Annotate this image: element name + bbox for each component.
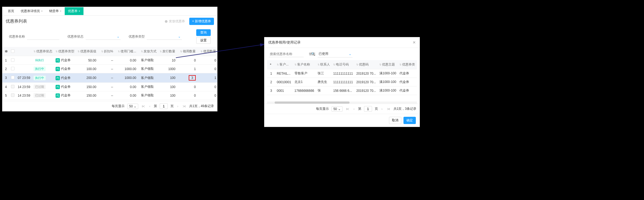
col-coupon-type[interactable]: ⇅优惠券类 (398, 60, 417, 69)
last-page-button[interactable]: ⋊ (182, 104, 187, 108)
table-row[interactable]: 1 待执行 代代金券 50.00 -- 0.00 客户领取 10 0 0 (2, 56, 217, 65)
cell-use: 0 (199, 83, 217, 91)
first-page-button[interactable]: ⋉ (345, 107, 350, 111)
cell-type: 代代金券 (54, 83, 76, 91)
col-coupon-code[interactable]: ⇅优惠码 (355, 60, 378, 69)
modal-status-select[interactable]: 已使用⌄ (318, 50, 352, 57)
table-row[interactable]: 3 0001 17666666666 张 156 6666 6... 20191… (267, 86, 417, 95)
tab-coupon[interactable]: 优惠券× (65, 7, 83, 15)
page-input[interactable] (364, 106, 372, 112)
col-claim[interactable]: ⇅领用数量 (179, 47, 199, 56)
cell-phone: 11111111111 (332, 69, 355, 78)
cell-issue: 100 (158, 73, 179, 83)
prev-page-button[interactable]: ‹ (148, 104, 151, 108)
row-checkbox[interactable] (9, 65, 16, 73)
per-page-select[interactable]: 50 ⌄ (127, 104, 138, 109)
per-page-select[interactable]: 50 ⌄ (332, 106, 343, 112)
cell-claim[interactable]: 3 (179, 73, 199, 83)
close-icon[interactable]: × (60, 10, 61, 13)
cell-claim[interactable]: 0 (179, 83, 199, 91)
col-contact[interactable]: ⇅联系人 (316, 60, 332, 69)
close-icon[interactable]: × (79, 10, 80, 13)
tab-label: 销货单 (49, 9, 59, 13)
settings-button[interactable]: 设置 (196, 37, 211, 44)
tab-home[interactable]: 首页 (5, 7, 17, 15)
sort-icon: ⇅ (160, 50, 162, 53)
col-customer-code[interactable]: ⇅客户... (275, 60, 293, 69)
cell-coupon-title: 满1000-100 (378, 78, 398, 86)
col-gear[interactable] (2, 47, 9, 56)
page-header: 优惠券列表 发放优惠券 + 新增优惠券 (2, 16, 217, 27)
col-issue[interactable]: ⇅发行数量 (158, 47, 179, 56)
cell-time: 14 23:59 (16, 83, 32, 91)
coupon-status-select[interactable]: ⌄ (86, 34, 121, 40)
row-checkbox[interactable] (9, 91, 16, 100)
cell-contact: 唐先生 (316, 78, 332, 86)
add-coupon-button[interactable]: + 新增优惠券 (189, 18, 214, 25)
last-page-button[interactable]: ⋊ (386, 107, 391, 111)
row-checkbox[interactable] (9, 83, 16, 91)
row-number: 3 (2, 73, 9, 83)
cell-claim[interactable]: 0 (179, 56, 199, 65)
close-icon[interactable]: ✕ (413, 40, 416, 45)
next-page-button[interactable]: › (381, 107, 383, 111)
table-row[interactable]: 1 RETAIL... 零散客户 张三 11111111111 2019120 … (267, 69, 417, 78)
col-phone[interactable]: ⇅电话号码 (332, 60, 355, 69)
cell-claim[interactable]: 1 (179, 65, 199, 73)
coupon-search-input[interactable] (269, 51, 311, 57)
col-checkbox[interactable] (9, 47, 16, 56)
search-button[interactable]: 查询 (196, 29, 211, 36)
tab-coupon-detail[interactable]: 优惠券详情页× (17, 7, 46, 15)
row-checkbox[interactable] (9, 73, 16, 83)
coupon-type-select[interactable]: ⌄ (147, 34, 182, 40)
cell-discount: -- (100, 56, 117, 65)
col-coupon-title[interactable]: ⇅优惠主题 (378, 60, 398, 69)
row-checkbox[interactable] (9, 56, 16, 65)
col-customer-name[interactable]: ⇅客户名称 (293, 60, 316, 69)
coupon-table: ⇅优惠券状态 ⇅优惠券类型 ⇅优惠券面值 ⇅折扣% ⇅使用门槛... ⇅发放方式… (2, 47, 217, 101)
col-gear[interactable] (267, 60, 275, 69)
svg-point-0 (165, 20, 168, 23)
distribute-coupon-button[interactable]: 发放优惠券 (162, 18, 188, 25)
page-input[interactable] (160, 103, 168, 109)
cell-coupon-type: 代金券 (398, 78, 417, 86)
first-page-button[interactable]: ⋉ (141, 104, 146, 108)
cell-issue: 10 (158, 56, 179, 65)
filter-label: 优惠券状态 (67, 34, 83, 39)
col-type[interactable]: ⇅优惠券类型 (54, 47, 76, 56)
cell-use: 0 (199, 91, 217, 100)
sort-icon: ⇅ (379, 63, 381, 66)
next-page-button[interactable]: › (176, 104, 179, 108)
table-row[interactable]: 2 执行中 代代金券 100.00 -- 1000.00 客户领取 1000 1… (2, 65, 217, 73)
cell-coupon-code: 2019120 70... (355, 86, 378, 95)
horizontal-scrollbar[interactable] (267, 101, 417, 104)
tab-label: 优惠券 (68, 9, 78, 13)
filter-label: 优惠券类型 (129, 34, 145, 39)
table-row[interactable]: 4 14 23:59 已过期 代代金券 150.00 -- 0.00 客户领取 … (2, 83, 217, 91)
prev-page-button[interactable]: ‹ (353, 107, 355, 111)
cell-status: 执行中 (32, 65, 54, 73)
tab-sales-order[interactable]: 销货单× (46, 7, 65, 15)
col-status[interactable]: ⇅优惠券状态 (32, 47, 54, 56)
cell-claim[interactable]: 0 (179, 91, 199, 100)
checkbox-all[interactable] (11, 49, 14, 53)
col-use[interactable]: ⇅使用数量 (199, 47, 217, 56)
modal-status-filter: 状态 已使用⌄ (309, 50, 352, 57)
coupon-name-input[interactable] (27, 34, 59, 40)
page-prefix: 第 (358, 107, 361, 111)
col-threshold[interactable]: ⇅使用门槛... (116, 47, 139, 56)
scrollbar-thumb[interactable] (275, 101, 350, 104)
per-page-label: 每页显示 (112, 104, 125, 108)
col-face-value[interactable]: ⇅优惠券面值 (76, 47, 100, 56)
cancel-button[interactable]: 取消 (389, 117, 401, 124)
close-icon[interactable]: × (41, 10, 43, 13)
table-row[interactable]: 2 00010001 北京1 唐先生 11111111111 2019120 7… (267, 78, 417, 86)
table-row[interactable]: 5 14 23:59 已过期 代代金券 150.00 -- 0.00 客户领取 … (2, 91, 217, 100)
cell-customer-name: 17666666666 (293, 86, 316, 95)
col-distribute[interactable]: ⇅发放方式 (139, 47, 158, 56)
cell-distribute: 客户领取 (139, 56, 158, 65)
confirm-button[interactable]: 确定 (403, 117, 416, 124)
cell-contact: 张三 (316, 69, 332, 78)
table-row[interactable]: 3 07 23:59 执行中 代代金券 200.00 -- 1000.00 客户… (2, 73, 217, 83)
col-discount[interactable]: ⇅折扣% (100, 47, 117, 56)
